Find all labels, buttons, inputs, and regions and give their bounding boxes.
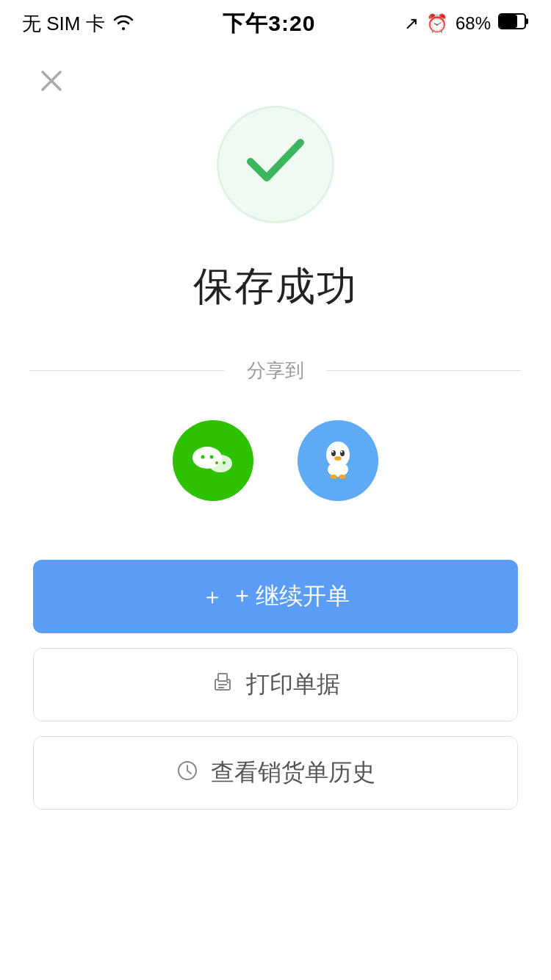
svg-point-7 (201, 455, 205, 459)
history-label: 查看销货单历史 (211, 757, 375, 789)
divider-line-right (326, 370, 522, 371)
success-icon-circle (217, 106, 334, 223)
svg-rect-1 (525, 18, 528, 24)
share-divider: 分享到 (0, 358, 551, 383)
continue-label: + 继续开单 (235, 580, 350, 613)
location-icon: ↗ (404, 13, 419, 34)
plus-icon: ＋ (201, 582, 223, 612)
battery-icon (498, 13, 529, 34)
svg-rect-23 (218, 687, 224, 688)
main-content: 保存成功 分享到 (0, 47, 551, 810)
svg-point-17 (328, 462, 348, 477)
close-button[interactable] (29, 59, 73, 103)
history-button[interactable]: 查看销货单历史 (33, 736, 518, 810)
status-right: ↗ ⏰ 68% (404, 13, 529, 34)
svg-rect-22 (218, 684, 227, 685)
status-time: 下午3:20 (223, 9, 315, 39)
svg-point-14 (332, 451, 334, 453)
share-label: 分享到 (225, 358, 326, 383)
svg-point-10 (223, 461, 226, 464)
success-title: 保存成功 (193, 260, 358, 314)
print-label: 打印单据 (246, 669, 340, 701)
status-left: 无 SIM 卡 (22, 11, 134, 37)
svg-point-15 (341, 451, 342, 453)
wechat-share-button[interactable] (173, 420, 253, 501)
svg-point-24 (227, 681, 229, 683)
svg-point-13 (340, 450, 345, 456)
status-bar: 无 SIM 卡 下午3:20 ↗ ⏰ 68% (0, 0, 551, 47)
action-buttons: ＋ + 继续开单 打印单据 (33, 560, 518, 810)
share-icons-row (173, 420, 378, 501)
svg-rect-2 (500, 15, 517, 28)
svg-point-19 (339, 475, 346, 479)
svg-point-16 (334, 456, 342, 461)
no-sim-text: 无 SIM 卡 (22, 11, 105, 37)
qq-share-button[interactable] (298, 420, 378, 501)
svg-rect-21 (218, 674, 227, 681)
history-icon (176, 759, 199, 788)
continue-button[interactable]: ＋ + 继续开单 (33, 560, 518, 633)
wifi-icon (112, 12, 134, 35)
divider-line-left (29, 370, 225, 371)
battery-text: 68% (455, 13, 491, 34)
svg-point-12 (331, 450, 336, 456)
svg-point-8 (210, 455, 214, 459)
svg-point-9 (215, 461, 218, 464)
print-button[interactable]: 打印单据 (33, 648, 518, 721)
print-icon (211, 671, 234, 699)
check-icon (246, 135, 305, 195)
svg-point-18 (330, 475, 337, 479)
alarm-icon: ⏰ (426, 13, 448, 34)
